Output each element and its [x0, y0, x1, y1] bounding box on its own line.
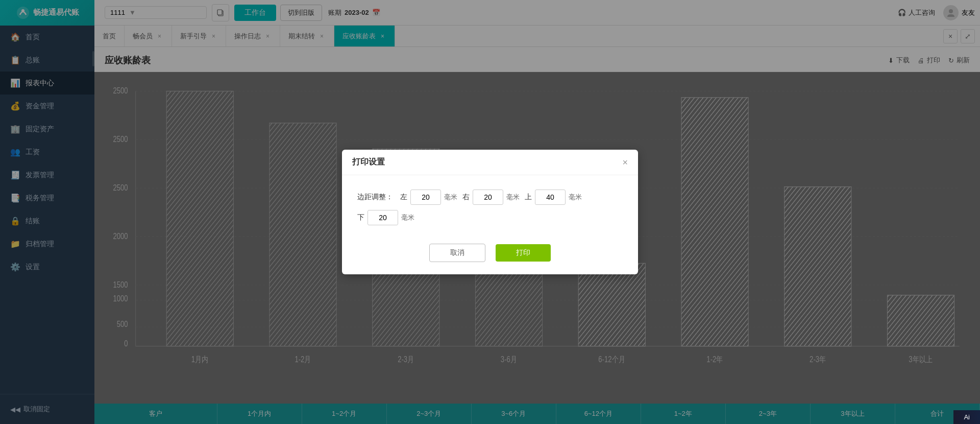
- margin-bottom-input[interactable]: [368, 210, 398, 225]
- left-unit-label: 毫米: [444, 193, 457, 202]
- modal-overlay[interactable]: 打印设置 × 边距调整： 左 毫米 右 毫米 上 毫米: [0, 0, 980, 424]
- top-unit-label: 毫米: [569, 193, 582, 202]
- margin-group-right: 右 毫米: [462, 190, 520, 205]
- top-direction-label: 上: [525, 193, 532, 202]
- right-direction-label: 右: [462, 193, 470, 202]
- margin-left-input[interactable]: [410, 190, 441, 205]
- margin-label: 边距调整：: [357, 193, 393, 202]
- bottom-direction-label: 下: [357, 213, 364, 222]
- cancel-button[interactable]: 取消: [429, 244, 485, 262]
- ai-assistant-bar[interactable]: Ai: [953, 410, 980, 424]
- right-unit-label: 毫米: [506, 193, 520, 202]
- margin-right-input[interactable]: [473, 190, 503, 205]
- dialog-body: 边距调整： 左 毫米 右 毫米 上 毫米 下: [342, 175, 638, 235]
- bottom-unit-label: 毫米: [401, 213, 414, 222]
- margin-group-bottom: 下 毫米: [357, 210, 414, 225]
- margin-group-top: 上 毫米: [525, 190, 582, 205]
- dialog-close-button[interactable]: ×: [622, 158, 628, 167]
- margin-row: 边距调整： 左 毫米 右 毫米 上 毫米 下: [357, 190, 623, 225]
- dialog-header: 打印设置 ×: [342, 150, 638, 175]
- ai-label: Ai: [964, 413, 970, 421]
- print-settings-dialog: 打印设置 × 边距调整： 左 毫米 右 毫米 上 毫米: [342, 150, 638, 274]
- print-confirm-button[interactable]: 打印: [496, 244, 551, 262]
- dialog-footer: 取消 打印: [342, 235, 638, 274]
- left-direction-label: 左: [400, 193, 407, 202]
- dialog-title: 打印设置: [352, 157, 385, 168]
- margin-top-input[interactable]: [535, 190, 566, 205]
- margin-group-left: 左 毫米: [400, 190, 457, 205]
